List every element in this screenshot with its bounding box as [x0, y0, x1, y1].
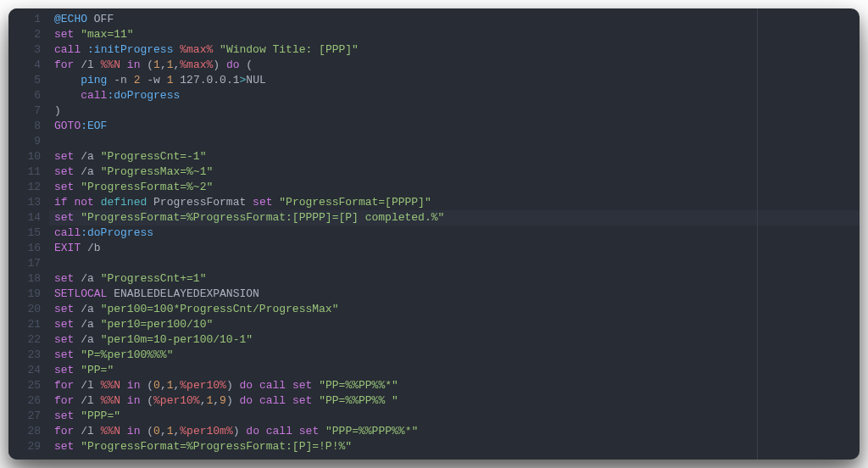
- code-token: "per100=100*ProgressCnt/ProgressMax": [101, 303, 339, 315]
- line-number: 4: [15, 58, 41, 73]
- code-line[interactable]: set "PP=": [54, 363, 860, 378]
- line-number: 6: [15, 88, 41, 103]
- code-token: SETLOCAL: [54, 287, 107, 300]
- line-number: 9: [15, 134, 41, 149]
- code-line[interactable]: ): [54, 103, 860, 119]
- code-token: for: [54, 425, 74, 437]
- code-token: :doProgress: [81, 226, 153, 239]
- code-line[interactable]: set /a "per10=per100/10": [54, 317, 860, 332]
- code-token: [120, 425, 127, 437]
- code-line[interactable]: GOTO:EOF: [54, 119, 860, 134]
- code-token: %%N: [101, 425, 120, 437]
- code-token: set: [54, 272, 74, 285]
- code-token: 9: [220, 394, 226, 407]
- code-token: call: [259, 379, 286, 392]
- code-token: set: [54, 364, 74, 376]
- code-token: -n: [107, 74, 133, 86]
- code-token: -w: [140, 74, 166, 86]
- line-number: 24: [15, 363, 41, 378]
- code-token: for: [54, 379, 74, 392]
- code-token: set: [292, 394, 312, 407]
- code-token: %%N: [101, 58, 120, 71]
- code-line[interactable]: set /a "ProgressCnt=-1": [54, 149, 860, 164]
- code-token: :initProgress: [87, 43, 173, 56]
- code-token: %per10%: [180, 379, 226, 392]
- code-line[interactable]: set /a "per10m=10-per100/10-1": [54, 332, 860, 348]
- code-token: "PPP=%%PPP%%*": [326, 425, 418, 437]
- code-line[interactable]: ping -n 2 -w 1 127.0.0.1>NUL: [54, 73, 860, 88]
- code-token: [213, 43, 220, 56]
- code-token: EXIT: [54, 242, 81, 254]
- code-line[interactable]: @ECHO OFF: [54, 12, 860, 27]
- ruler-line: [757, 8, 758, 460]
- code-token: %per10m%: [180, 425, 232, 437]
- code-line[interactable]: set /a "ProgressCnt+=1": [54, 271, 860, 287]
- line-number: 14: [15, 210, 41, 226]
- line-number: 1: [15, 12, 41, 27]
- code-line[interactable]: for /l %%N in (0,1,%per10%) do call set …: [54, 378, 860, 393]
- code-token: set: [54, 28, 74, 41]
- line-number: 7: [15, 103, 41, 119]
- code-token: 0: [153, 379, 160, 392]
- line-number: 23: [15, 348, 41, 363]
- code-line[interactable]: set /a "per100=100*ProgressCnt/ProgressM…: [54, 302, 860, 317]
- code-line[interactable]: call:doProgress: [54, 88, 860, 103]
- code-token: ): [226, 379, 240, 392]
- code-line[interactable]: for /l %%N in (1,1,%max%) do (: [54, 58, 860, 73]
- line-number: 29: [15, 439, 41, 454]
- code-line[interactable]: set "max=11": [54, 27, 860, 42]
- line-number: 13: [15, 195, 41, 210]
- code-line[interactable]: set "PPP=": [54, 409, 860, 424]
- code-token: set: [54, 348, 74, 361]
- code-line[interactable]: call :initProgress %max% "Window Title: …: [54, 42, 860, 58]
- line-number: 17: [15, 256, 41, 271]
- code-token: set: [292, 379, 312, 392]
- line-number: 15: [15, 226, 41, 241]
- code-line[interactable]: if not defined ProgressFormat set "Progr…: [54, 195, 860, 210]
- code-token: [54, 74, 81, 86]
- code-line[interactable]: call:doProgress: [54, 226, 860, 241]
- code-token: ): [226, 394, 240, 407]
- code-token: "P=%per100%%%": [81, 348, 173, 361]
- line-number: 22: [15, 332, 41, 348]
- code-token: 1: [153, 58, 160, 71]
- code-line[interactable]: set "ProgressFormat=%ProgressFormat:[PPP…: [49, 210, 860, 226]
- code-token: @ECHO: [54, 13, 87, 25]
- code-token: "PP=": [81, 364, 114, 376]
- code-token: 0: [153, 425, 160, 437]
- code-line[interactable]: SETLOCAL ENABLEDELAYEDEXPANSION: [54, 287, 860, 302]
- line-number: 20: [15, 302, 41, 317]
- code-token: call: [54, 226, 81, 239]
- code-line[interactable]: for /l %%N in (0,1,%per10m%) do call set…: [54, 424, 860, 439]
- code-line[interactable]: EXIT /b: [54, 241, 860, 256]
- code-token: "PPP=": [81, 410, 120, 422]
- line-number: 5: [15, 73, 41, 88]
- code-token: set: [54, 318, 74, 331]
- line-number: 18: [15, 271, 41, 287]
- code-area[interactable]: 1234567891011121314151617181920212223242…: [8, 8, 860, 460]
- code-token: ,: [160, 425, 167, 437]
- code-content[interactable]: @ECHO OFFset "max=11"call :initProgress …: [49, 8, 860, 460]
- code-token: in: [127, 425, 141, 437]
- code-token: %max%: [180, 58, 213, 71]
- line-number: 16: [15, 241, 41, 256]
- code-line[interactable]: [54, 256, 860, 271]
- code-token: ): [54, 104, 61, 117]
- code-token: :doProgress: [107, 89, 180, 102]
- code-token: /l: [74, 379, 100, 392]
- code-token: /a: [74, 303, 100, 315]
- line-number: 8: [15, 119, 41, 134]
- line-number-gutter: 1234567891011121314151617181920212223242…: [8, 8, 49, 460]
- code-token: /l: [74, 394, 100, 407]
- code-token: [120, 379, 127, 392]
- code-token: "ProgressFormat=[PPPP]": [279, 196, 431, 209]
- line-number: 3: [15, 42, 41, 58]
- code-line[interactable]: set "P=%per100%%%": [54, 348, 860, 363]
- code-line[interactable]: set /a "ProgressMax=%~1": [54, 164, 860, 180]
- code-line[interactable]: for /l %%N in (%per10%,1,9) do call set …: [54, 393, 860, 409]
- code-token: /a: [74, 165, 100, 178]
- code-token: [286, 379, 292, 392]
- code-line[interactable]: set "ProgressFormat=%ProgressFormat:[P]=…: [54, 439, 860, 454]
- code-line[interactable]: [54, 134, 860, 149]
- code-line[interactable]: set "ProgressFormat=%~2": [54, 180, 860, 195]
